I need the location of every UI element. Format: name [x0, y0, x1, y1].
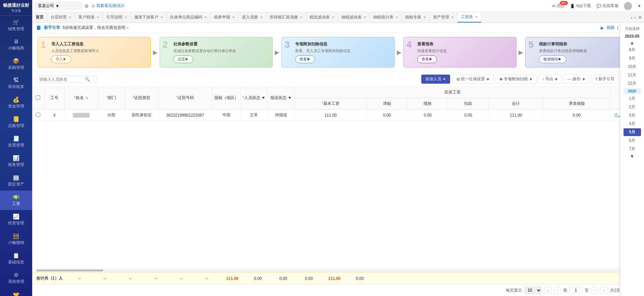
tab-close-taxcalc[interactable]: ✕ — [300, 15, 303, 19]
step-btn-1[interactable]: 导入▶ — [51, 55, 71, 63]
month-item-9月[interactable]: 9月 — [624, 54, 641, 62]
page-number-input[interactable] — [570, 287, 582, 294]
month-item-12月[interactable]: 12月 — [624, 80, 641, 87]
month-item-2月[interactable]: 2月 — [624, 103, 641, 111]
month-item-7月[interactable]: 7月 — [624, 145, 641, 153]
settings-gear-icon[interactable]: ⚙ — [85, 3, 89, 9]
sidebar-item-finance[interactable]: 💰资金管理 — [0, 93, 32, 113]
tab-partition[interactable]: 分层经营✕ — [47, 12, 75, 23]
search-input[interactable] — [39, 77, 83, 82]
sidebar-item-ecom[interactable]: 🖥小畅电商 — [0, 35, 32, 54]
step-btn-4[interactable]: 查看▶ — [417, 55, 437, 63]
page-size-select[interactable]: 102050100 — [525, 287, 542, 294]
sort-name-icon[interactable]: ⇅ — [86, 96, 88, 100]
page-prev-btn[interactable]: ‹ — [554, 287, 560, 294]
tab-close-taxsum[interactable]: ✕ — [395, 15, 398, 19]
month-up-btn[interactable]: ▲ — [628, 39, 637, 46]
sidebar-item-sales[interactable]: 🛒销售管理 — [0, 16, 32, 35]
tab-close-taxdecl[interactable]: ✕ — [232, 15, 235, 19]
month-item-1月[interactable]: 1月 — [624, 95, 641, 102]
month-item-10月[interactable]: 10月 — [624, 63, 641, 71]
sidebar-item-salary[interactable]: 💵工资 — [0, 191, 32, 210]
month-down-btn[interactable]: ▼ — [628, 153, 637, 160]
company-selector[interactable]: 某某公司 ▼ — [35, 2, 82, 10]
demo-link[interactable]: ⊙ 我要看实例演示 — [92, 3, 124, 9]
ecom-label: 小畅电商 — [2, 45, 30, 51]
sidebar-item-corp[interactable]: 🤝企业协同 — [0, 288, 32, 296]
tab-close-invite[interactable]: ✕ — [160, 15, 163, 19]
toolbar-btn-extra[interactable]: ✚专项附加扣除▼ — [496, 75, 537, 84]
month-item-6月[interactable]: 6月 — [624, 137, 641, 144]
month-item-4月[interactable]: 4月 — [624, 120, 641, 128]
tab-close-customer[interactable]: ✕ — [97, 15, 99, 19]
row-select-0[interactable] — [36, 113, 40, 117]
sidebar-item-ledger[interactable]: 📒总账管理 — [0, 113, 32, 132]
tab-customer[interactable]: 客户联络✕ — [75, 12, 103, 23]
toolbar-btn-uniform[interactable]: ⊞统一社保设置▼ — [453, 75, 494, 84]
message-btn[interactable]: ✉ 消息 99+ — [552, 3, 565, 9]
sidebar-item-business[interactable]: 📈经营管理 — [0, 210, 32, 229]
guide-video-label[interactable]: 视频 — [606, 25, 614, 31]
tab-goods[interactable]: 往来单位商品编码✕ — [167, 12, 211, 23]
step-btn-5[interactable]: 敬请期待▶ — [539, 55, 566, 63]
sidebar-item-sales2[interactable]: 🧮小畅报销 — [0, 229, 32, 249]
tab-close-salary_tab[interactable]: ✕ — [475, 15, 478, 19]
tab-close-partition[interactable]: ✕ — [69, 15, 71, 19]
tab-home[interactable]: 首页 — [32, 12, 47, 23]
tab-assetmgr[interactable]: 资产管理✕ — [430, 12, 458, 23]
toolbar-btn-ops[interactable]: ⋯操作▼ — [564, 75, 589, 84]
tab-close-all[interactable]: ✕ — [637, 14, 643, 21]
tab-close-intro[interactable]: ✕ — [124, 15, 127, 19]
tab-clearance[interactable]: 进入清册✕ — [238, 12, 266, 23]
filter-report-icon[interactable]: ▼ — [288, 95, 292, 100]
page-last-btn[interactable]: » — [600, 287, 607, 294]
select-all-checkbox[interactable] — [36, 95, 40, 100]
tab-taxexp[interactable]: 税检专家✕ — [402, 12, 430, 23]
tab-close-assetmgr[interactable]: ✕ — [451, 15, 454, 19]
sidebar-item-basic[interactable]: 📋基础信息 — [0, 249, 32, 268]
month-item-3月[interactable]: 3月 — [624, 112, 641, 119]
tab-salary_tab[interactable]: 工资表✕ — [458, 12, 481, 23]
toolbar-btn-newguide[interactable]: ?新手引导 — [591, 75, 618, 84]
month-item-11月[interactable]: 11月 — [624, 71, 641, 79]
tab-taxsum[interactable]: 纳税统计表✕ — [370, 12, 402, 23]
page-next-btn[interactable]: › — [591, 287, 597, 294]
sidebar-item-system[interactable]: ⚙系统管理 — [0, 268, 32, 288]
toolbar-btn-export[interactable]: ↑导出▼ — [539, 75, 562, 84]
tab-scroll-left[interactable]: ‹ — [630, 14, 633, 21]
tab-taxdecl[interactable]: 税务申报✕ — [211, 12, 238, 23]
user-menu-btn[interactable]: ▼ — [637, 4, 641, 8]
sidebar-item-tax[interactable]: 📊税务管理 — [0, 152, 32, 171]
tab-label-taxstat: 纳税波动表 — [341, 14, 362, 20]
tab-close-clearance[interactable]: ✕ — [260, 15, 263, 19]
step-btn-3[interactable]: 查看▶ — [295, 55, 315, 63]
tab-intro[interactable]: 引导说明✕ — [103, 12, 131, 23]
sidebar-item-purchase[interactable]: 📦采购管理 — [0, 54, 32, 74]
tab-invite[interactable]: 邀请下游客户✕ — [131, 12, 167, 23]
sidebar-item-invoice[interactable]: 🧾发票管理 — [0, 132, 32, 152]
tab-taxstat[interactable]: 纳税波动表✕ — [338, 12, 370, 23]
scroll-thumb[interactable] — [36, 269, 103, 271]
month-item-active[interactable]: 5月 — [624, 128, 641, 136]
filter-status-icon[interactable]: ▼ — [262, 95, 266, 100]
month-item-8月[interactable]: 8月 — [624, 46, 641, 54]
tab-scroll-right[interactable]: › — [634, 14, 637, 21]
scroll-track[interactable] — [36, 269, 640, 271]
tab-close-taxstat[interactable]: ✕ — [364, 15, 366, 19]
sidebar-item-assets[interactable]: 🏢固定资产 — [0, 171, 32, 191]
step-btn-2[interactable]: 设置▶ — [173, 55, 193, 63]
tab-close-taxexempt[interactable]: ✕ — [332, 15, 334, 19]
ledger-label: 总账管理 — [2, 123, 30, 129]
add-person-btn[interactable]: 添加人员 ▼ — [421, 75, 450, 84]
page-first-btn[interactable]: « — [544, 287, 551, 294]
online-service-btn[interactable]: 💬 在线客服 — [596, 3, 619, 9]
tab-taxcalc[interactable]: 所得税汇算清缴✕ — [266, 12, 306, 23]
sidebar-item-inventory[interactable]: 🏗库存核算 — [0, 74, 32, 93]
tab-close-taxexp[interactable]: ✕ — [423, 15, 426, 19]
tab-taxexempt[interactable]: 税负波动表✕ — [306, 12, 338, 23]
scrollbar-area — [32, 268, 644, 272]
search-icon[interactable]: 🔍 — [85, 77, 90, 82]
app-download-btn[interactable]: 📱 App下载 — [570, 3, 591, 9]
user-avatar[interactable] — [624, 2, 632, 10]
tab-close-goods[interactable]: ✕ — [204, 15, 207, 19]
